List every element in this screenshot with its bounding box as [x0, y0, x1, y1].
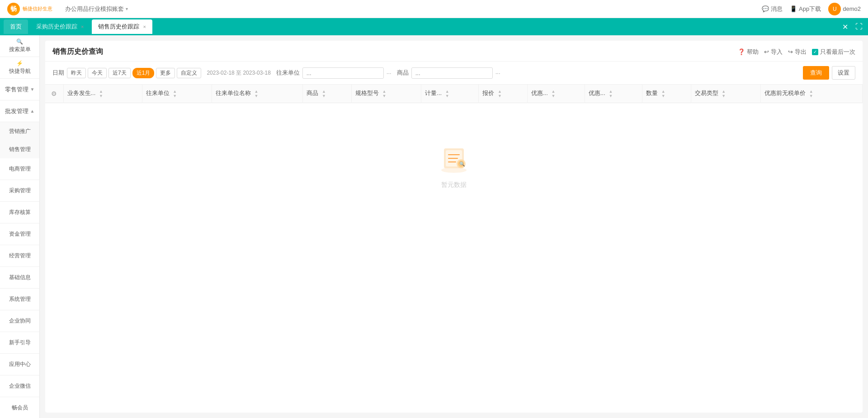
sidebar-item-system-mgmt[interactable]: 系统管理	[0, 289, 39, 310]
search-button[interactable]: 查询	[803, 66, 829, 80]
sidebar-item-enterprise-wechat[interactable]: 企业微信	[0, 375, 39, 397]
sort-spec[interactable]: ▲▼	[382, 89, 387, 98]
svg-text:🔍: 🔍	[459, 161, 465, 167]
sort-pre-tax-price[interactable]: ▲▼	[809, 89, 813, 98]
tab-purchase-history[interactable]: 采购历史价跟踪 ×	[30, 19, 90, 34]
sidebar-item-member[interactable]: 畅会员	[0, 397, 39, 418]
partner-filter-group: 往来单位 ···	[276, 67, 392, 79]
sidebar-item-sales-mgmt[interactable]: 销售管理	[0, 140, 39, 158]
sort-partner-code[interactable]: ▲▼	[173, 89, 177, 98]
sort-biz-date[interactable]: ▲▼	[99, 89, 103, 98]
sidebar: 🔍 搜索菜单 ⚡ 快捷导航 零售管理 ▼ 批发管理 ▲ 营销推广 销售管理 电商…	[0, 35, 40, 418]
settings-button[interactable]: 设置	[832, 66, 855, 80]
table-settings-icon[interactable]: ⚙	[51, 90, 57, 97]
sidebar-label-basic-info: 基础信息	[9, 274, 31, 281]
sidebar-item-beginner-guide[interactable]: 新手引导	[0, 332, 39, 354]
partner-filter-label: 往来单位	[276, 69, 300, 77]
help-action[interactable]: ❓ 帮助	[738, 48, 759, 56]
only-last-checkbox[interactable]: ✓ 只看最后一次	[812, 48, 855, 56]
sort-partner-name[interactable]: ▲▼	[255, 89, 259, 98]
import-icon: ↩	[764, 48, 769, 55]
sort-product[interactable]: ▲▼	[322, 89, 326, 98]
product-filter-label: 商品	[397, 69, 409, 77]
date-filter-group: 日期 昨天 今天 近7天 近1月 更多 自定义	[52, 68, 201, 78]
sidebar-label-quick-nav: 快捷导航	[9, 67, 31, 75]
tab-home-label: 首页	[10, 23, 22, 31]
sidebar-item-inventory-check[interactable]: 库存核算	[0, 202, 39, 223]
date-filter-label: 日期	[52, 69, 64, 77]
sidebar-label-marketing: 营销推广	[9, 128, 31, 135]
maximize-icon[interactable]: ⛶	[854, 21, 864, 33]
th-spec: 规格型号 ▲▼	[351, 85, 421, 103]
message-action[interactable]: 💬 消息	[762, 5, 783, 13]
date-btn-today[interactable]: 今天	[88, 68, 107, 78]
tab-bar-right: ✕ ⛶	[840, 21, 864, 33]
chevron-retail-icon: ▼	[30, 87, 35, 92]
sort-discount2[interactable]: ▲▼	[609, 89, 613, 98]
sidebar-label-retail-mgmt: 零售管理	[5, 86, 28, 94]
sidebar-item-marketing[interactable]: 营销推广	[0, 122, 39, 140]
user-action[interactable]: U demo2	[828, 3, 861, 15]
phone-icon: 📱	[790, 5, 797, 12]
sidebar-item-quick-nav[interactable]: ⚡ 快捷导航	[0, 57, 39, 79]
sidebar-label-system-mgmt: 系统管理	[9, 295, 31, 303]
tab-sales-label: 销售历史价跟踪	[98, 23, 139, 31]
tab-sales-history[interactable]: 销售历史价跟踪 ×	[92, 19, 152, 34]
partner-dots[interactable]: ···	[387, 70, 392, 76]
import-action[interactable]: ↩ 导入	[764, 48, 783, 56]
date-range-group: 2023-02-18 至 2023-03-18	[207, 69, 270, 77]
chevron-down-icon: ▾	[126, 6, 128, 11]
data-table: ⚙ 业务发生... ▲▼ 往来单位 ▲▼ 往来单位名称 ▲▼	[45, 85, 863, 103]
sort-quantity[interactable]: ▲▼	[661, 89, 665, 98]
export-action[interactable]: ↪ 导出	[788, 48, 807, 56]
app-download-action[interactable]: 📱 App下载	[790, 5, 821, 13]
sidebar-item-retail-mgmt[interactable]: 零售管理 ▼	[0, 79, 39, 100]
page-card: 销售历史价查询 ❓ 帮助 ↩ 导入 ↪ 导出 ✓	[45, 41, 863, 413]
th-settings: ⚙	[45, 85, 63, 103]
partner-input[interactable]	[302, 67, 384, 79]
th-quote: 报价 ▲▼	[479, 85, 528, 103]
sidebar-item-basic-info[interactable]: 基础信息	[0, 267, 39, 289]
sort-quote[interactable]: ▲▼	[498, 89, 502, 98]
th-biz-date: 业务发生... ▲▼	[63, 85, 142, 103]
sidebar-item-enterprise-collab[interactable]: 企业协同	[0, 310, 39, 332]
table-container: ⚙ 业务发生... ▲▼ 往来单位 ▲▼ 往来单位名称 ▲▼	[45, 85, 863, 413]
sidebar-item-finance-mgmt[interactable]: 资金管理	[0, 223, 39, 245]
close-all-icon[interactable]: ✕	[840, 21, 850, 33]
sidebar-item-purchase-mgmt[interactable]: 采购管理	[0, 180, 39, 202]
logo-area: 畅 畅捷信好生意	[7, 3, 52, 15]
sidebar-label-ecommerce-mgmt: 电商管理	[9, 165, 31, 173]
date-btn-custom[interactable]: 自定义	[177, 68, 201, 78]
tab-sales-close[interactable]: ×	[143, 24, 146, 29]
filter-bar: 日期 昨天 今天 近7天 近1月 更多 自定义 2023-02-18 至 202…	[45, 62, 863, 85]
company-dropdown[interactable]: 办公用品行业模拟账套 ▾	[65, 5, 128, 13]
empty-state: 🔍 暂元数据	[45, 103, 863, 225]
tab-purchase-close[interactable]: ×	[81, 24, 84, 29]
sidebar-item-app-center[interactable]: 应用中心	[0, 354, 39, 375]
sort-trade-type[interactable]: ▲▼	[722, 89, 726, 98]
sidebar-item-search-menu[interactable]: 🔍 搜索菜单	[0, 35, 39, 57]
sort-unit[interactable]: ▲▼	[445, 89, 449, 98]
header-right: 💬 消息 📱 App下载 U demo2	[762, 3, 861, 15]
sidebar-item-ecommerce-mgmt[interactable]: 电商管理	[0, 158, 39, 180]
date-buttons: 昨天 今天 近7天 近1月 更多 自定义	[67, 68, 201, 78]
help-icon: ❓	[738, 48, 745, 55]
sidebar-label-beginner-guide: 新手引导	[9, 339, 31, 347]
app-download-label: App下载	[799, 5, 821, 13]
tab-bar: 首页 采购历史价跟踪 × 销售历史价跟踪 × ✕ ⛶	[0, 18, 868, 35]
sidebar-item-wholesale-mgmt[interactable]: 批发管理 ▲	[0, 100, 39, 122]
sidebar-label-enterprise-wechat: 企业微信	[9, 382, 31, 390]
tab-home[interactable]: 首页	[4, 19, 28, 34]
date-btn-7days[interactable]: 近7天	[108, 68, 131, 78]
date-btn-1month[interactable]: 近1月	[132, 68, 155, 78]
product-dots[interactable]: ···	[495, 70, 500, 76]
date-btn-yesterday[interactable]: 昨天	[67, 68, 86, 78]
content-area: 销售历史价查询 ❓ 帮助 ↩ 导入 ↪ 导出 ✓	[40, 35, 868, 418]
sidebar-item-operations-mgmt[interactable]: 经营管理	[0, 245, 39, 267]
th-discount2: 优惠... ▲▼	[585, 85, 642, 103]
date-btn-more[interactable]: 更多	[156, 68, 175, 78]
sort-discount1[interactable]: ▲▼	[551, 89, 555, 98]
company-name: 办公用品行业模拟账套	[65, 5, 124, 13]
product-input[interactable]	[411, 67, 493, 79]
username-label: demo2	[843, 5, 861, 12]
